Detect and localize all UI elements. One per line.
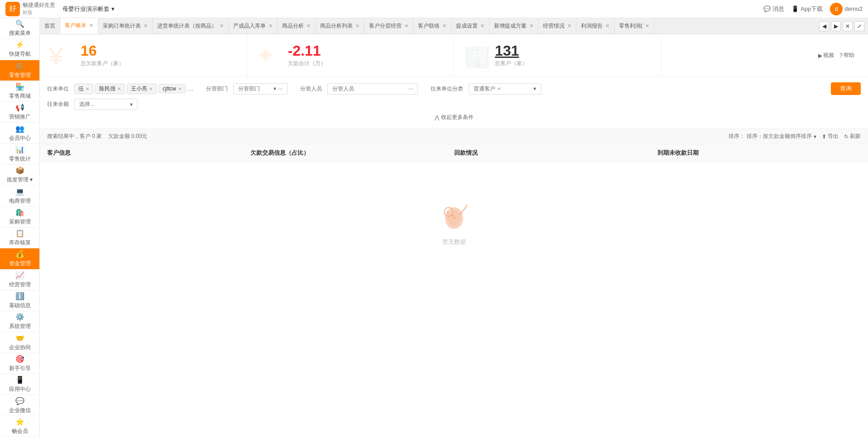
filter-area: 往来单位 伍 ✕ 陈民强 ✕ 王小亮 ✕: [40, 77, 868, 129]
tab-profit-report[interactable]: 利润报告 ✕: [576, 18, 614, 34]
person-filter-select[interactable]: 分管人员 ···: [327, 83, 418, 95]
empty-state: ✦ 暂无数据: [40, 162, 868, 282]
unit-category-tag[interactable]: 普通客户 ✕: [474, 85, 501, 93]
sidebar-item-retail-mall[interactable]: 🏪 零售商城: [0, 81, 39, 102]
sidebar-app-center-label: 应用中心: [9, 385, 31, 393]
sidebar-item-quick-nav[interactable]: ⚡ 快捷导航: [0, 39, 39, 60]
tab-commission-settings-close[interactable]: ✕: [480, 23, 484, 29]
company-select[interactable]: 母婴行业演示帐套 ▾: [59, 5, 118, 13]
sidebar-item-wechat-biz[interactable]: 💬 企业微信: [0, 395, 39, 416]
sidebar-item-basic-info[interactable]: ℹ️ 基础信息: [0, 290, 39, 311]
unit-tag-cjttcw-close[interactable]: ✕: [178, 86, 182, 91]
tab-home[interactable]: 首页: [40, 18, 60, 34]
unit-category-filter-select[interactable]: 普通客户 ✕ ▾: [469, 83, 541, 95]
tab-customer-contact-close[interactable]: ✕: [442, 23, 446, 29]
tab-commission-settings[interactable]: 提成设置 ✕: [451, 18, 489, 34]
tab-customer-accounts-close[interactable]: ✕: [89, 23, 93, 28]
sidebar-item-new-user[interactable]: 🎯 新手引导: [0, 353, 39, 374]
tab-customer-contact[interactable]: 客户联络 ✕: [413, 18, 451, 34]
tab-purchase-order-stats-close[interactable]: ✕: [144, 23, 148, 29]
sidebar-basic-info-label: 基础信息: [9, 302, 31, 309]
unit-tag-wu-close[interactable]: ✕: [86, 86, 89, 91]
unit-tag-chen[interactable]: 陈民强 ✕: [95, 84, 125, 94]
tab-customer-segment-label: 客户分层经营: [369, 22, 402, 30]
sidebar-item-ops[interactable]: 📈 经营管理: [0, 270, 39, 290]
tab-profit-report-close[interactable]: ✕: [605, 23, 609, 29]
app-download-button[interactable]: 📱 App下载: [791, 5, 823, 13]
unit-tag-wu[interactable]: 伍 ✕: [74, 84, 93, 94]
app-center-icon: 📱: [15, 375, 24, 384]
unit-tag-wang-close[interactable]: ✕: [149, 86, 153, 91]
sidebar-item-members[interactable]: 👥 会员中心: [0, 123, 39, 143]
tab-new-commission-plan[interactable]: 新增提成方案 ✕: [489, 18, 538, 34]
sidebar-item-finance[interactable]: 💰 资金管理: [0, 248, 39, 269]
stat-card-total-clients: 🏢 131 总客户（家）: [454, 34, 662, 76]
sidebar-item-sys-mgmt[interactable]: ⚙️ 系统管理: [0, 311, 39, 332]
tab-product-analysis-list[interactable]: 商品分析列表 ✕: [316, 18, 364, 34]
refresh-button[interactable]: ↻ 刷新: [844, 133, 861, 140]
balance-filter-select[interactable]: 选择... ▾: [74, 99, 138, 110]
avatar-initial: d: [835, 6, 838, 12]
video-help-area: ▶ 视频 ? 帮助: [818, 52, 854, 59]
col-customer-info: 客户信息: [47, 149, 250, 157]
sidebar-item-enterprise[interactable]: 🤝 企业协同: [0, 332, 39, 353]
video-link[interactable]: ▶ 视频: [818, 52, 834, 59]
sidebar-item-search[interactable]: 🔍 搜索菜单: [0, 18, 39, 39]
unit-tag-chen-close[interactable]: ✕: [117, 86, 121, 91]
tab-cost-inbound-label: 产成品入库单: [233, 22, 266, 30]
tab-product-analysis[interactable]: 商品分析 ✕: [278, 18, 316, 34]
stat-total-clients-info: 131 总客户（家）: [495, 43, 528, 67]
unit-tag-cjttcw[interactable]: cjttcw ✕: [158, 84, 186, 93]
sidebar-item-retail-mgmt[interactable]: 🛒 零售管理: [0, 60, 39, 81]
tab-customer-segment[interactable]: 客户分层经营 ✕: [364, 18, 413, 34]
collapse-filter-label: 收起更多条件: [441, 114, 474, 121]
sidebar-item-ecommerce[interactable]: 💻 电商管理: [0, 185, 39, 206]
sidebar-retail-mall-label: 零售商城: [9, 92, 31, 100]
tab-close-all-button[interactable]: ✕: [843, 21, 853, 31]
sort-select[interactable]: 排序： 排序：按欠款金额倒序排序 ▾: [729, 133, 816, 140]
tab-cost-inbound[interactable]: 产成品入库单 ✕: [229, 18, 278, 34]
stat-debt-amount-label: 欠款合计（万）: [288, 60, 326, 67]
collapse-filter-button[interactable]: ⋀ 收起更多条件: [47, 114, 861, 121]
message-label: 消息: [772, 5, 784, 13]
company-name: 母婴行业演示帐套: [62, 5, 110, 13]
tab-next-button[interactable]: ▶: [831, 21, 841, 31]
sidebar-retail-stats-label: 零售统计: [9, 155, 31, 163]
sidebar-item-inventory[interactable]: 📋 库存核算: [0, 228, 39, 248]
sidebar-item-app-center[interactable]: 📱 应用中心: [0, 374, 39, 395]
unit-category-tag-close[interactable]: ✕: [497, 86, 501, 91]
tab-prev-button[interactable]: ◀: [819, 21, 829, 31]
sidebar-item-batch-mgmt[interactable]: 📦 批发管理 ▾: [0, 165, 39, 185]
help-link[interactable]: ? 帮助: [839, 52, 854, 59]
sidebar-item-purchase[interactable]: 🛍️ 采购管理: [0, 207, 39, 228]
dept-filter-select[interactable]: 分管部门 ▾ ···: [233, 83, 288, 95]
query-button[interactable]: 查询: [831, 82, 861, 95]
tab-inbound-stats-close[interactable]: ✕: [220, 23, 224, 29]
tab-purchase-order-stats[interactable]: 采购订单统计表 ✕: [98, 18, 153, 34]
export-button[interactable]: ⬆ 导出: [822, 133, 839, 140]
tab-retail-profit-close[interactable]: ✕: [645, 23, 649, 29]
user-menu[interactable]: d demo2: [830, 3, 863, 15]
filter-row-1: 往来单位 伍 ✕ 陈民强 ✕ 王小亮 ✕: [47, 82, 861, 95]
tab-customer-segment-close[interactable]: ✕: [404, 23, 408, 29]
filter-more-tags[interactable]: ...: [187, 85, 193, 93]
marketing-icon: 📢: [15, 103, 24, 112]
tab-product-analysis-list-close[interactable]: ✕: [355, 23, 360, 29]
tab-inbound-stats[interactable]: 进货单统计表（按商品） ✕: [153, 18, 229, 34]
tab-biz-situation-close[interactable]: ✕: [567, 23, 571, 29]
tab-home-label: 首页: [44, 22, 55, 30]
unit-tag-wang[interactable]: 王小亮 ✕: [127, 84, 157, 94]
tab-product-analysis-close[interactable]: ✕: [307, 23, 311, 29]
tab-biz-situation[interactable]: 经营情况 ✕: [538, 18, 576, 34]
sidebar-item-vip[interactable]: ⭐ 畅会员: [0, 416, 39, 437]
message-button[interactable]: 💬 消息: [763, 5, 784, 13]
tab-maximize-button[interactable]: ⤢: [854, 21, 864, 31]
logo-sub: 标版: [23, 9, 55, 16]
tab-new-commission-plan-close[interactable]: ✕: [529, 23, 533, 29]
sidebar-item-retail-stats[interactable]: 📊 零售统计: [0, 144, 39, 165]
tab-retail-profit[interactable]: 零售利润( ✕: [614, 18, 654, 34]
tab-customer-accounts[interactable]: 客户账本 ✕: [60, 18, 98, 34]
tab-cost-inbound-close[interactable]: ✕: [269, 23, 273, 29]
sidebar-item-marketing[interactable]: 📢 营销推广: [0, 102, 39, 123]
app-icon: 📱: [791, 5, 799, 12]
